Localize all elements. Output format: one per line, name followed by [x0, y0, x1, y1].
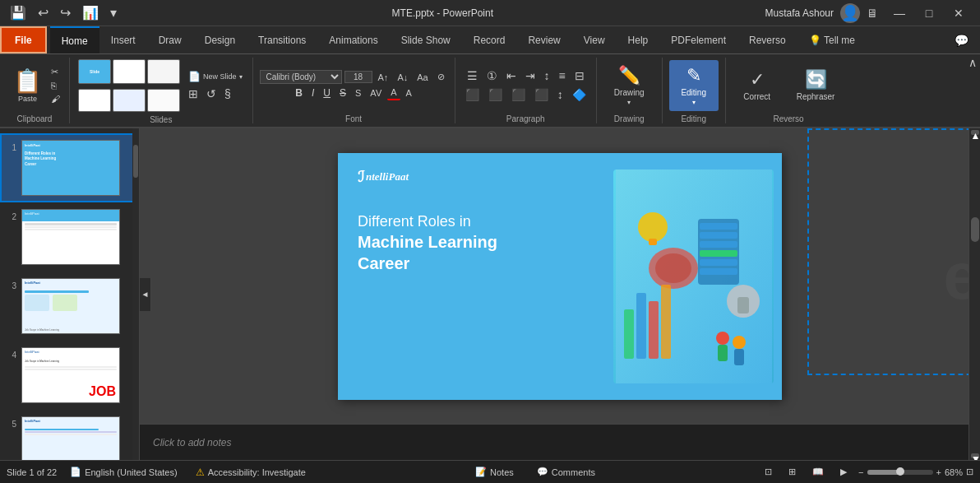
zoom-out-button[interactable]: − [858, 467, 863, 477]
slide-panel[interactable]: 1 IntelliPaat Different Roles inMachine … [0, 128, 140, 460]
svg-rect-15 [636, 293, 646, 359]
redo-icon[interactable]: ↪ [57, 3, 74, 22]
clipboard-content: 📋 Paste ✂ ⎘ 🖌 [7, 58, 62, 113]
slide-item-2[interactable]: 2 IntelliPaat [0, 202, 139, 272]
left-scroll-button[interactable]: ◄ [140, 278, 151, 311]
font-size-input[interactable] [344, 71, 372, 83]
monitor-icon[interactable]: 🖥 [867, 7, 878, 20]
tab-design[interactable]: Design [193, 26, 247, 53]
justify[interactable]: ⬛ [531, 86, 552, 103]
slide-view-scrollbar[interactable]: ▲ ▼ [968, 128, 980, 460]
tab-view[interactable]: View [572, 26, 617, 53]
scroll-thumb[interactable] [971, 217, 979, 242]
tab-home[interactable]: Home [50, 26, 99, 53]
slide-item-1[interactable]: 1 IntelliPaat Different Roles inMachine … [0, 133, 139, 202]
editing-button[interactable]: ✎ Editing ▾ [669, 60, 719, 111]
paste-label: Paste [18, 95, 37, 103]
font-family-select[interactable]: Calibri (Body) [260, 70, 342, 84]
drawing-button[interactable]: ✏️ Drawing ▾ [604, 60, 654, 111]
fit-slide-button[interactable]: ⊡ [966, 467, 973, 477]
section-button[interactable]: § [221, 86, 234, 102]
columns-button[interactable]: ⊟ [571, 67, 588, 84]
indent-increase[interactable]: ⇥ [522, 67, 539, 84]
scroll-down-button[interactable]: ▼ [971, 453, 979, 458]
bold-button[interactable]: B [292, 86, 306, 100]
tab-animations[interactable]: Animations [317, 26, 389, 53]
slide-panel-scrollbar[interactable] [132, 128, 139, 460]
align-center[interactable]: ⬛ [485, 86, 506, 103]
tab-insert[interactable]: Insert [99, 26, 147, 53]
accessibility-button[interactable]: ⚠ Accessibility: Investigate [191, 465, 311, 480]
char-spacing-button[interactable]: AV [367, 86, 385, 100]
format-painter-button[interactable]: 🖌 [49, 93, 62, 104]
slide-item-3[interactable]: 3 IntelliPaat Job Scope in Machine Learn… [0, 272, 139, 341]
line-spacing[interactable]: ↕ [554, 86, 566, 103]
tab-record[interactable]: Record [462, 26, 517, 53]
slide-sorter-button[interactable]: ⊞ [784, 465, 801, 479]
font-size-increase[interactable]: A↑ [375, 71, 392, 84]
slide-item-4[interactable]: 4 IntelliPaat Job Scope in Machine Learn… [0, 341, 139, 410]
slideshow-button[interactable]: ▶ [835, 465, 852, 479]
tab-comments-icon[interactable]: 💬 [943, 26, 980, 53]
font-color-button[interactable]: A [387, 86, 400, 100]
maximize-button[interactable]: □ [914, 0, 944, 26]
reading-view-button[interactable]: 📖 [807, 465, 829, 479]
underline-button[interactable]: U [320, 86, 334, 100]
text-shadow-button[interactable]: S [352, 86, 364, 100]
layout-button[interactable]: ⊞ [185, 86, 201, 102]
zoom-in-button[interactable]: + [936, 467, 941, 477]
new-slide-button[interactable]: 📄 New Slide ▾ [185, 69, 246, 84]
italic-button[interactable]: I [308, 86, 317, 100]
tab-slideshow[interactable]: Slide Show [390, 26, 462, 53]
close-button[interactable]: ✕ [944, 0, 973, 26]
text-direction[interactable]: ↕ [541, 67, 553, 84]
paste-button[interactable]: 📋 Paste [7, 58, 49, 113]
font-case-button[interactable]: Aa [414, 71, 431, 84]
slide-item-5[interactable]: 5 IntelliPaat [0, 410, 139, 460]
comments-button[interactable]: 💬 Comments [532, 465, 600, 479]
tab-review[interactable]: Review [516, 26, 571, 53]
zoom-slider[interactable] [867, 470, 933, 475]
reset-button[interactable]: ↺ [203, 86, 220, 102]
correct-button[interactable]: ✓ Correct [733, 64, 782, 106]
minimize-button[interactable]: — [885, 0, 914, 26]
align-right[interactable]: ⬛ [508, 86, 529, 103]
tab-help[interactable]: Help [617, 26, 660, 53]
user-avatar[interactable]: 👤 [840, 3, 860, 23]
rephraser-button[interactable]: 🔄 Rephraser [787, 64, 845, 106]
notes-button[interactable]: 📝 Notes [470, 465, 519, 479]
tab-tellme[interactable]: 💡 Tell me [797, 26, 867, 53]
slide-thumbnail-6 [147, 89, 180, 112]
collapse-ribbon-button[interactable]: ∧ [968, 56, 977, 69]
strikethrough-button[interactable]: S [336, 86, 349, 100]
tab-reverso[interactable]: Reverso [737, 26, 797, 53]
accessibility-text: Accessibility: Investigate [208, 467, 306, 477]
normal-view-button[interactable]: ⊡ [760, 465, 777, 479]
slide-canvas[interactable]: ℐ ntelliPaat Different Roles in Machine … [338, 153, 782, 400]
indent-decrease[interactable]: ⇤ [503, 67, 520, 84]
smartart[interactable]: 🔷 [569, 86, 589, 103]
tab-draw[interactable]: Draw [147, 26, 193, 53]
align-text-button[interactable]: ≡ [556, 67, 569, 84]
notes-mode-button[interactable]: 📄 English (United States) [65, 465, 183, 479]
tab-transitions[interactable]: Transitions [247, 26, 317, 53]
slide-scrollbar-thumb[interactable] [133, 145, 138, 178]
scroll-up-button[interactable]: ▲ [971, 130, 979, 135]
save-icon[interactable]: 💾 [7, 3, 30, 22]
tab-pdfelement[interactable]: PDFelement [659, 26, 737, 53]
bullets-button[interactable]: ☰ [464, 67, 481, 84]
clear-format-button[interactable]: ⊘ [434, 70, 448, 84]
cut-button[interactable]: ✂ [49, 66, 62, 78]
zoom-slider-thumb[interactable] [896, 467, 904, 476]
align-left[interactable]: ⬛ [462, 86, 483, 103]
slide-title: Different Roles in Machine Learning Care… [358, 212, 637, 274]
numbering-button[interactable]: ① [483, 67, 501, 84]
tab-file[interactable]: File [0, 26, 47, 53]
notes-area[interactable]: Click to add notes [140, 424, 980, 460]
presenter-icon[interactable]: 📊 [79, 3, 102, 22]
undo-icon[interactable]: ↩ [35, 3, 52, 22]
highlight-button[interactable]: A [403, 86, 415, 100]
font-size-decrease[interactable]: A↓ [394, 71, 411, 84]
more-options-icon[interactable]: ▾ [107, 3, 120, 22]
copy-button[interactable]: ⎘ [49, 80, 62, 91]
